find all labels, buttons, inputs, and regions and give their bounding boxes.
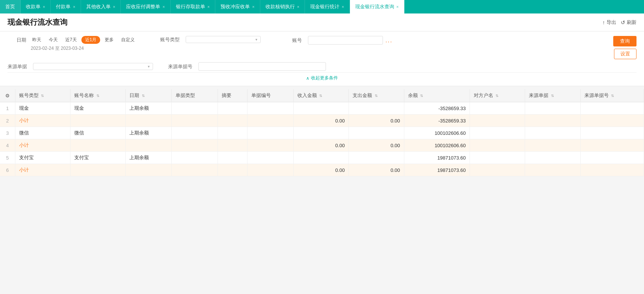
col-balance[interactable]: 余额 ⇅ bbox=[404, 89, 470, 102]
cell-account-type: 现金 bbox=[15, 102, 70, 115]
close-icon[interactable]: × bbox=[113, 4, 115, 9]
nav-item-shoukuan[interactable]: 收款核销执行 × bbox=[260, 0, 305, 13]
nav-item-tongji[interactable]: 现金银行统计 × bbox=[305, 0, 350, 13]
date-option-today[interactable]: 今天 bbox=[46, 36, 61, 44]
table-wrap: ⚙ 账号类型 ⇅ 账号名称 ⇅ 日期 ⇅ 单据类型 摘要 bbox=[0, 89, 644, 176]
nav-label: 预收冲应收单 bbox=[221, 3, 250, 10]
date-option-yesterday[interactable]: 昨天 bbox=[29, 36, 44, 44]
account-type-label: 账号类型 bbox=[160, 36, 180, 43]
nav-home-label: 首页 bbox=[5, 3, 15, 10]
col-account-type[interactable]: 账号类型 ⇅ bbox=[15, 89, 70, 102]
cell-doc-type bbox=[172, 139, 218, 152]
close-icon[interactable]: × bbox=[207, 4, 210, 9]
cell-balance: -3528659.33 bbox=[404, 115, 470, 127]
close-icon[interactable]: × bbox=[252, 4, 254, 9]
sort-icon: ⇅ bbox=[142, 94, 145, 98]
account-dots[interactable]: ... bbox=[385, 37, 392, 44]
cell-balance: 19871073.60 bbox=[404, 152, 470, 164]
account-type-select[interactable]: ▾ bbox=[186, 36, 261, 43]
account-input[interactable] bbox=[308, 36, 383, 45]
source-doc-select[interactable]: ▾ bbox=[33, 63, 153, 70]
close-icon[interactable]: × bbox=[342, 4, 344, 9]
col-income[interactable]: 收入金额 ⇅ bbox=[293, 89, 348, 102]
cell-income: 0.00 bbox=[293, 139, 348, 152]
collapse-bar[interactable]: ∧ 收起更多条件 bbox=[8, 72, 636, 83]
main-table: ⚙ 账号类型 ⇅ 账号名称 ⇅ 日期 ⇅ 单据类型 摘要 bbox=[0, 89, 644, 176]
row-number: 5 bbox=[0, 152, 15, 164]
nav-item-fukuan[interactable]: 付款单 × bbox=[51, 0, 81, 13]
cell-source-doc bbox=[525, 152, 580, 164]
col-account-name[interactable]: 账号名称 ⇅ bbox=[70, 89, 125, 102]
cell-balance: 100102606.60 bbox=[404, 139, 470, 152]
date-option-custom[interactable]: 自定义 bbox=[118, 36, 138, 44]
cell-expense bbox=[349, 152, 404, 164]
cell-income bbox=[293, 127, 348, 139]
nav-home[interactable]: 首页 bbox=[0, 0, 21, 13]
chevron-down-icon: ▾ bbox=[148, 64, 150, 69]
close-icon[interactable]: × bbox=[73, 4, 75, 9]
date-option-1month[interactable]: 近1月 bbox=[81, 36, 101, 44]
date-option-more[interactable]: 更多 bbox=[102, 36, 117, 44]
cell-date: 上期余额 bbox=[126, 102, 172, 115]
cell-summary bbox=[218, 127, 247, 139]
cell-doc-no bbox=[247, 164, 293, 176]
nav-label: 现金银行流水查询 bbox=[355, 3, 394, 10]
nav-label: 其他收入单 bbox=[86, 3, 111, 10]
cell-date bbox=[126, 139, 172, 152]
col-source-doc[interactable]: 来源单据 ⇅ bbox=[525, 89, 580, 102]
cell-account-type: 微信 bbox=[15, 127, 70, 139]
nav-item-qita[interactable]: 其他收入单 × bbox=[81, 0, 121, 13]
nav-item-yingshou[interactable]: 应收应付调整单 × bbox=[121, 0, 170, 13]
cell-summary bbox=[218, 139, 247, 152]
col-counterparty[interactable]: 对方户名 ⇅ bbox=[470, 89, 525, 102]
col-expense[interactable]: 支出金额 ⇅ bbox=[349, 89, 404, 102]
cell-balance: 100102606.60 bbox=[404, 127, 470, 139]
cell-account-name bbox=[70, 115, 125, 127]
nav-item-liushui[interactable]: 现金银行流水查询 × bbox=[350, 0, 404, 13]
col-doc-type[interactable]: 单据类型 bbox=[172, 89, 218, 102]
cell-income bbox=[293, 152, 348, 164]
cell-expense bbox=[349, 102, 404, 115]
close-icon[interactable]: × bbox=[162, 4, 165, 9]
sort-icon: ⇅ bbox=[495, 94, 498, 98]
nav-item-shoudan[interactable]: 收款单 × bbox=[21, 0, 51, 13]
date-option-7days[interactable]: 近7天 bbox=[62, 36, 80, 44]
cell-counterparty bbox=[470, 127, 525, 139]
col-source-doc-no[interactable]: 来源单据号 ⇅ bbox=[580, 89, 644, 102]
close-icon[interactable]: × bbox=[396, 4, 399, 9]
col-summary[interactable]: 摘要 bbox=[218, 89, 247, 102]
export-icon: ↑ bbox=[602, 19, 605, 25]
nav-item-yinhang[interactable]: 银行存取款单 × bbox=[171, 0, 215, 13]
settings-button[interactable]: 设置 bbox=[614, 49, 636, 59]
cell-expense bbox=[349, 127, 404, 139]
table-row: 5支付宝支付宝上期余额19871073.60 bbox=[0, 152, 644, 164]
close-icon[interactable]: × bbox=[297, 4, 299, 9]
export-button[interactable]: ↑ 导出 bbox=[602, 19, 616, 26]
nav-item-yushou[interactable]: 预收冲应收单 × bbox=[215, 0, 260, 13]
nav-label: 应收应付调整单 bbox=[126, 3, 160, 10]
row-number: 4 bbox=[0, 139, 15, 152]
export-label: 导出 bbox=[606, 19, 616, 26]
cell-account-name: 支付宝 bbox=[70, 152, 125, 164]
table-row: 4小计0.000.00100102606.60 bbox=[0, 139, 644, 152]
source-doc-label: 来源单据 bbox=[8, 63, 27, 70]
nav-label: 付款单 bbox=[56, 3, 71, 10]
col-doc-no[interactable]: 单据编号 bbox=[247, 89, 293, 102]
refresh-button[interactable]: ↺ 刷新 bbox=[621, 19, 636, 26]
col-date[interactable]: 日期 ⇅ bbox=[126, 89, 172, 102]
cell-source-doc-no bbox=[580, 152, 644, 164]
cell-source-doc-no bbox=[580, 115, 644, 127]
cell-doc-no bbox=[247, 152, 293, 164]
cell-doc-no bbox=[247, 139, 293, 152]
query-button[interactable]: 查询 bbox=[613, 36, 636, 46]
sort-icon: ⇅ bbox=[551, 94, 554, 98]
cell-source-doc bbox=[525, 139, 580, 152]
cell-doc-no bbox=[247, 127, 293, 139]
close-icon[interactable]: × bbox=[43, 4, 45, 9]
source-doc-num-input[interactable] bbox=[198, 62, 326, 71]
cell-balance: -3528659.33 bbox=[404, 102, 470, 115]
cell-doc-type bbox=[172, 152, 218, 164]
cell-income: 0.00 bbox=[293, 164, 348, 176]
collapse-up-icon: ∧ bbox=[306, 76, 309, 81]
col-gear[interactable]: ⚙ bbox=[0, 89, 15, 102]
